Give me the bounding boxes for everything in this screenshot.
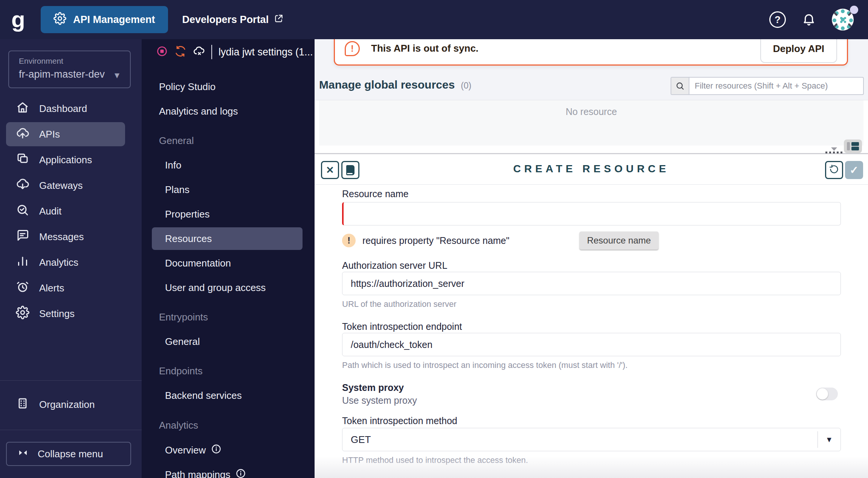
deploy-api-button[interactable]: Deploy API <box>760 39 837 63</box>
auth-server-url-input[interactable] <box>342 272 841 295</box>
empty-state-label: No resource <box>565 106 617 117</box>
api-header: lydia jwt settings (1... <box>156 43 312 61</box>
submenu-item-backend-services[interactable]: Backend services <box>165 388 242 403</box>
out-of-sync-alert: ! This API is out of sync. Deploy API <box>334 39 848 66</box>
resources-count: (0) <box>461 81 471 91</box>
submenu-section-analytics: Analytics <box>159 418 198 433</box>
cloud-upload-icon <box>16 126 29 142</box>
api-title: lydia jwt settings (1... <box>219 46 312 58</box>
introspection-endpoint-input[interactable] <box>342 333 841 356</box>
user-avatar[interactable] <box>832 9 854 31</box>
system-proxy-toggle[interactable] <box>816 388 838 400</box>
chevron-down-icon: ▼ <box>818 435 840 444</box>
section-label: Endpoints <box>159 365 203 377</box>
sidebar-item-label: Settings <box>39 308 75 320</box>
reset-form-button[interactable] <box>825 161 843 179</box>
introspection-method-value: GET <box>342 434 818 446</box>
introspection-method-select[interactable]: GET ▼ <box>342 428 841 451</box>
documentation-button[interactable] <box>341 161 359 179</box>
submenu-item-label: Overview <box>165 444 206 456</box>
api-management-button[interactable]: API Management <box>41 6 168 33</box>
gravitee-logo-icon: g <box>11 0 33 39</box>
resource-name-error: ! requires property "Resource name" Reso… <box>342 232 659 249</box>
external-link-icon <box>274 14 284 26</box>
resource-name-input[interactable] <box>342 202 841 225</box>
collapse-menu-button[interactable]: Collapse menu <box>6 442 131 466</box>
submenu-item-entrypoints-general[interactable]: General <box>165 334 200 349</box>
submenu-item-label: Documentation <box>165 257 231 269</box>
submenu-item-label: Policy Studio <box>159 81 215 93</box>
alarm-clock-icon <box>16 280 29 296</box>
submenu-item-label: Properties <box>165 208 210 220</box>
top-bar-actions: ? <box>769 9 854 31</box>
submenu-item-user-and-group-access[interactable]: User and group access <box>165 280 266 295</box>
filter-resources-input[interactable] <box>689 78 863 94</box>
sidebar-item-label: Applications <box>39 154 92 166</box>
api-management-label: API Management <box>73 14 155 26</box>
main-content: ! This API is out of sync. Deploy API Ma… <box>315 39 868 478</box>
sidebar-item-applications[interactable]: Applications <box>6 148 125 172</box>
submenu-item-policy-studio[interactable]: Policy Studio <box>159 79 215 94</box>
sidebar-item-organization[interactable]: Organization <box>6 392 125 417</box>
submenu-item-overview[interactable]: Overview <box>165 443 222 458</box>
submenu-item-analytics-and-logs[interactable]: Analytics and logs <box>159 104 238 119</box>
top-bar: g API Management Developers Portal ? <box>0 0 868 39</box>
resource-name-label: Resource name <box>342 188 408 199</box>
submenu-item-label: Analytics and logs <box>159 106 238 117</box>
close-panel-button[interactable]: ✕ <box>321 161 339 179</box>
environment-value: fr-apim-master-dev <box>19 69 130 80</box>
submenu-item-label: Info <box>165 159 181 171</box>
environment-label: Environment <box>19 57 130 66</box>
bar-chart-icon <box>16 254 29 271</box>
section-label: General <box>159 135 194 147</box>
sidebar-item-alerts[interactable]: Alerts <box>6 276 125 300</box>
submenu-item-plans[interactable]: Plans <box>165 182 189 197</box>
section-label: Entrypoints <box>159 311 208 323</box>
cloud-download-icon <box>16 178 29 194</box>
sidebar-item-gateways[interactable]: Gateways <box>6 173 125 198</box>
not-deployed-cloud-icon <box>193 45 205 59</box>
notifications-bell-icon[interactable] <box>802 12 816 27</box>
save-resource-button[interactable]: ✓ <box>845 161 863 179</box>
sidebar-item-analytics[interactable]: Analytics <box>6 250 125 274</box>
message-icon <box>16 229 29 245</box>
alert-message: This API is out of sync. <box>371 43 478 54</box>
developers-portal-link[interactable]: Developers Portal <box>182 14 284 26</box>
sidebar-item-apis[interactable]: APIs <box>6 122 125 146</box>
submenu-item-path-mappings[interactable]: Path mappings <box>165 467 246 478</box>
sidebar-item-dashboard[interactable]: Dashboard <box>6 97 125 121</box>
submenu-section-entrypoints: Entrypoints <box>159 309 208 325</box>
submenu-item-info[interactable]: Info <box>165 158 181 173</box>
sidebar-item-label: Messages <box>39 231 84 243</box>
collapse-menu-label: Collapse menu <box>38 448 103 460</box>
error-field-tag[interactable]: Resource name <box>579 231 658 250</box>
sidebar-item-settings[interactable]: Settings <box>6 302 125 326</box>
submenu-item-resources[interactable]: Resources <box>152 227 303 250</box>
sidebar-item-audit[interactable]: Audit <box>6 199 125 223</box>
chevron-down-icon: ▾ <box>115 69 119 81</box>
help-icon[interactable]: ? <box>769 11 786 28</box>
create-resource-form: Resource name ! requires property "Resou… <box>315 185 868 478</box>
submenu-item-label: Backend services <box>165 390 242 401</box>
gear-icon <box>16 306 29 322</box>
check-icon: ✓ <box>850 164 858 176</box>
splitter-drag-handle[interactable] <box>825 152 842 153</box>
collapse-icon <box>17 447 29 461</box>
info-icon <box>235 468 246 478</box>
sidebar-item-label: Dashboard <box>39 103 87 115</box>
sidebar-item-label: Gateways <box>39 180 83 192</box>
toggle-panel-button[interactable] <box>844 139 862 153</box>
sidebar-item-label: Audit <box>39 205 61 217</box>
environment-selector[interactable]: Environment fr-apim-master-dev ▾ <box>8 51 131 88</box>
auth-server-url-label: Authorization server URL <box>342 260 447 271</box>
toggle-knob <box>817 388 828 400</box>
submenu-item-documentation[interactable]: Documentation <box>165 256 231 271</box>
empty-state: No resource <box>319 100 863 146</box>
sidebar-item-messages[interactable]: Messages <box>6 225 125 249</box>
sidebar-divider <box>0 430 142 430</box>
out-of-sync-icon <box>174 45 186 59</box>
submenu-item-properties[interactable]: Properties <box>165 207 210 222</box>
book-icon <box>346 165 355 175</box>
section-label: Analytics <box>159 420 198 431</box>
introspection-endpoint-label: Token introspection endpoint <box>342 321 462 332</box>
